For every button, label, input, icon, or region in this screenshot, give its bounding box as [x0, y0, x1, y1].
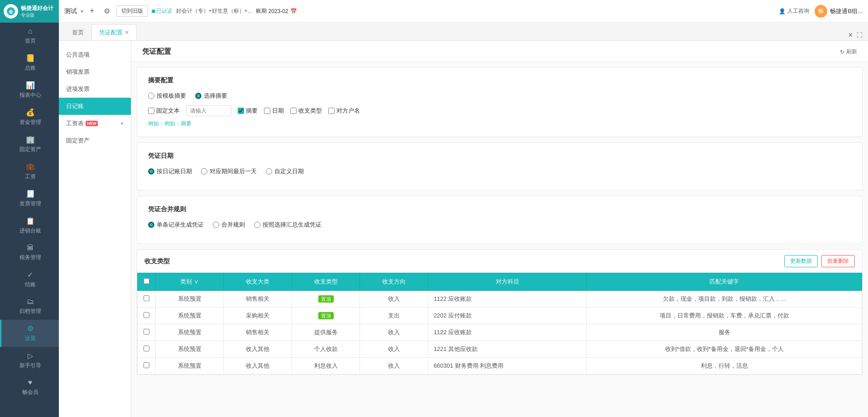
add-button[interactable]: + — [87, 5, 97, 17]
row-account: 660301 财务费用 利息费用 — [428, 358, 587, 374]
consult-label: 人工咨询 — [787, 7, 809, 15]
select-all-checkbox[interactable] — [144, 278, 149, 284]
checkbox-summary[interactable]: 摘要 — [238, 107, 258, 115]
radio-single-record[interactable]: 单条记录生成凭证 — [148, 221, 204, 229]
consult-button[interactable]: 👤 人工咨询 — [779, 7, 809, 15]
closing-icon: ✓ — [27, 270, 33, 279]
radio-merge-label: 合并规则 — [221, 221, 245, 229]
radio-template-summary[interactable]: 按模板摘要 — [148, 92, 186, 100]
tab-close-icon[interactable]: ✕ — [125, 29, 129, 36]
row-major-type: 采购相关 — [224, 308, 292, 324]
col-account: 对方科目 — [428, 273, 587, 291]
avatar: 畅 — [815, 5, 827, 18]
sidebar-item-settings[interactable]: ⚙ 设置 — [0, 320, 59, 347]
date-section-title: 凭证日期 — [148, 152, 851, 160]
checkbox-date[interactable]: 日期 — [264, 107, 284, 115]
row-checkbox[interactable] — [144, 362, 149, 368]
sub-nav-salary[interactable]: 工资表 NEW ▾ — [59, 115, 131, 132]
summary-checkbox-row: 固定文本 摘要 日期 收支类型 — [148, 105, 851, 116]
main-area: 测试 ▾ + ⚙ 切到旧版 已认证 好会计（专）+好生意（标）+... 账期 2… — [59, 0, 868, 417]
radio-journal-date[interactable]: 按日记账日期 — [148, 167, 192, 175]
sub-nav-journal[interactable]: 日记账 — [59, 98, 131, 115]
radio-summary-voucher[interactable]: 按照选择汇总生成凭证 — [254, 221, 321, 229]
left-panel: 公共选项 销项发票 进项发票 日记账 工资表 NEW ▾ 固定资产 — [59, 41, 131, 417]
logo-main-text: 畅捷通好会计 — [21, 5, 53, 12]
row-direction: 收入 — [360, 341, 428, 358]
row-checkbox[interactable] — [144, 295, 149, 301]
radio-last-day[interactable]: 对应期间最后一天 — [201, 167, 257, 175]
tab-voucher-config[interactable]: 凭证配置 ✕ — [91, 24, 137, 40]
tab-home[interactable]: 首页 — [64, 24, 91, 40]
fixed-text-input[interactable] — [186, 105, 231, 116]
sidebar-item-tax[interactable]: 🏛 税务管理 — [0, 239, 59, 266]
sidebar-item-general-ledger[interactable]: 📒 总账 — [0, 49, 59, 76]
row-type: 利息收入 — [292, 358, 360, 374]
row-checkbox[interactable] — [144, 312, 149, 318]
sidebar-item-reports[interactable]: 📊 报表中心 — [0, 76, 59, 104]
top-badge[interactable]: 置顶 — [318, 312, 334, 319]
logo-icon: 会 — [4, 4, 18, 19]
sidebar-item-invoice[interactable]: 🧾 发票管理 — [0, 185, 59, 212]
window-close-icon[interactable]: ✕ — [848, 32, 853, 38]
row-category: 系统预置 — [156, 341, 224, 358]
summary-section-title: 摘要配置 — [148, 76, 851, 85]
checkbox-income-type-label: 收支类型 — [298, 107, 322, 115]
tab-home-label: 首页 — [72, 28, 84, 37]
radio-merge-rule[interactable]: 合并规则 — [213, 221, 245, 229]
table-row: 系统预置 收入其他 个人收款 收入 1221 其他应收款 收到*借款，收到*备用… — [138, 341, 862, 358]
sidebar-item-guide[interactable]: ▷ 新手引导 — [0, 347, 59, 374]
tab-voucher-config-label: 凭证配置 — [99, 28, 123, 37]
reports-icon: 📊 — [26, 81, 35, 90]
row-checkbox[interactable] — [144, 329, 149, 335]
company-chevron-icon[interactable]: ▾ — [81, 8, 83, 14]
checkbox-income-type[interactable]: 收支类型 — [290, 107, 322, 115]
sub-nav-public[interactable]: 公共选项 — [59, 46, 131, 63]
topbar-settings-icon[interactable]: ⚙ — [101, 6, 113, 16]
checkbox-fixed-text[interactable]: 固定文本 — [148, 107, 180, 115]
income-expense-section: 收支类型 更新数据 批量删除 类别 ∨ 收支大类 — [137, 249, 863, 375]
radio-select-summary[interactable]: 选择摘要 — [195, 92, 227, 100]
sidebar-item-salary[interactable]: 💼 工资 — [0, 158, 59, 185]
sidebar-item-closing[interactable]: ✓ 结账 — [0, 266, 59, 293]
sub-nav-fixed-assets[interactable]: 固定资产 — [59, 132, 131, 149]
sidebar-item-finance[interactable]: 💰 资金管理 — [0, 104, 59, 131]
switch-old-version-button[interactable]: 切到旧版 — [116, 5, 148, 17]
sidebar-item-assets[interactable]: 🏢 固定资产 — [0, 131, 59, 158]
sidebar-item-member[interactable]: ♥ 畅会员 — [0, 374, 59, 401]
certified-status: 已认证 — [152, 7, 173, 15]
row-direction: 支出 — [360, 308, 428, 324]
sub-nav-purchase-invoice-label: 进项发票 — [66, 85, 90, 93]
checkbox-counterpart[interactable]: 对方户名 — [328, 107, 360, 115]
update-data-button[interactable]: 更新数据 — [784, 255, 818, 267]
top-badge[interactable]: 置顶 — [318, 295, 334, 303]
radio-last-day-label: 对应期间最后一天 — [210, 167, 257, 175]
user-menu[interactable]: 畅 畅捷通B组... — [815, 5, 863, 18]
sub-nav-sales-invoice-label: 销项发票 — [66, 68, 90, 76]
batch-delete-button[interactable]: 批量删除 — [821, 255, 855, 267]
row-type: 置顶 — [292, 308, 360, 324]
window-maximize-icon[interactable]: ⛶ — [857, 32, 863, 38]
row-account: 1122 应收账款 — [428, 291, 587, 308]
sub-nav-sales-invoice[interactable]: 销项发票 — [59, 63, 131, 81]
row-category: 系统预置 — [156, 358, 224, 374]
sidebar-item-salary-label: 工资 — [25, 173, 36, 180]
member-icon: ♥ — [28, 379, 33, 387]
row-type: 置顶 — [292, 291, 360, 308]
col-category: 类别 ∨ — [156, 273, 224, 291]
sidebar-item-home[interactable]: ⌂ 首页 — [0, 23, 59, 49]
col-major-type: 收支大类 — [224, 273, 292, 291]
refresh-button[interactable]: ↻ 刷新 — [840, 48, 857, 56]
sidebar-item-sales-ledger[interactable]: 📋 进销台账 — [0, 212, 59, 239]
radio-custom-date[interactable]: 自定义日期 — [266, 167, 304, 175]
calendar-icon[interactable]: 📅 — [290, 8, 297, 14]
refresh-label: 刷新 — [846, 48, 857, 56]
sub-nav-purchase-invoice[interactable]: 进项发票 — [59, 81, 131, 98]
row-keywords: 收到*借款，收到*备用金，退回*备用金，个人 — [587, 341, 862, 358]
sidebar-item-archive[interactable]: 🗂 归档管理 — [0, 293, 59, 320]
row-direction: 收入 — [360, 291, 428, 308]
period-info: 账期 2023-02 📅 — [256, 7, 297, 15]
row-type: 个人收款 — [292, 341, 360, 358]
sidebar-item-sales-label: 进销台账 — [19, 227, 41, 235]
table-section-title: 收支类型 — [144, 257, 170, 265]
row-checkbox[interactable] — [144, 346, 149, 351]
